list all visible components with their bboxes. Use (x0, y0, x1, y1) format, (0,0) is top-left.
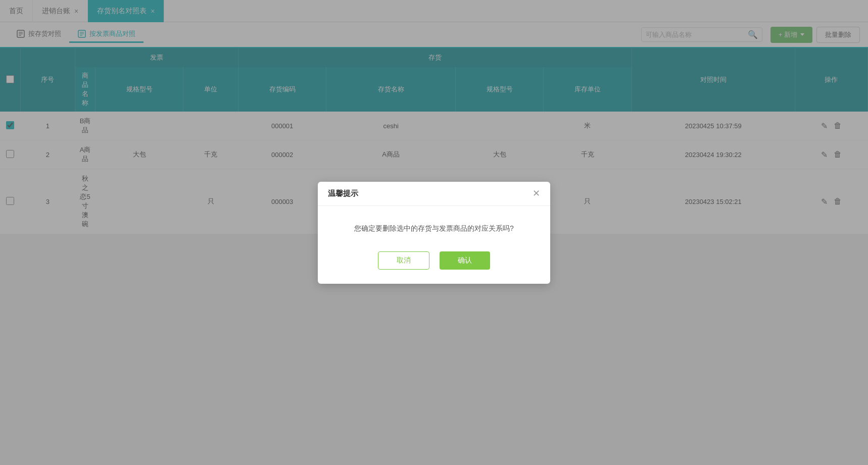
confirm-dialog: 温馨提示 ✕ 您确定要删除选中的存货与发票商品的对应关系吗? 取消 确认 (318, 182, 550, 235)
dialog-close-button[interactable]: ✕ (533, 189, 540, 198)
dialog-header: 温馨提示 ✕ (318, 182, 550, 206)
modal-overlay: 温馨提示 ✕ 您确定要删除选中的存货与发票商品的对应关系吗? 取消 确认 (0, 0, 868, 234)
dialog-title: 温馨提示 (328, 189, 358, 198)
dialog-message: 您确定要删除选中的存货与发票商品的对应关系吗? (354, 224, 514, 232)
dialog-body: 您确定要删除选中的存货与发票商品的对应关系吗? (318, 206, 550, 235)
